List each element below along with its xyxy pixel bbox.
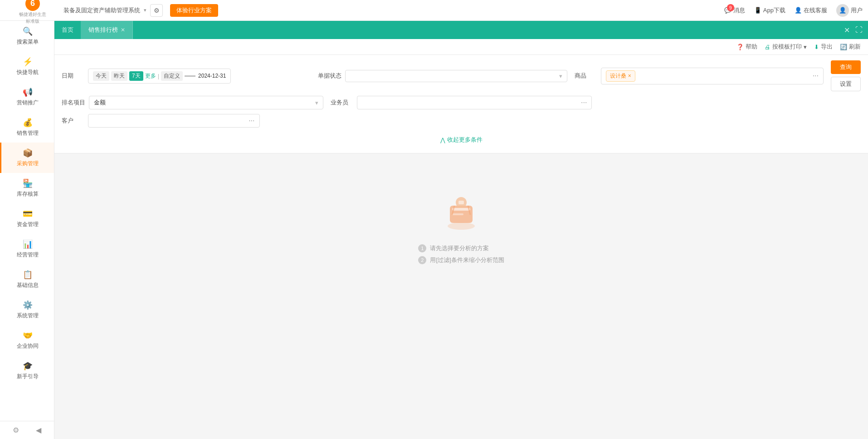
goods-control[interactable]: 设计桑 × ··· [601,68,824,84]
sidebar-items: 🔍 搜索菜单 ⚡ 快捷导航 📢 营销推广 💰 销售管理 📦 采购管理 🏪 库存核… [0,21,54,386]
sidebar-item-1[interactable]: ⚡ 快捷导航 [0,51,54,82]
help-icon: ❓ [736,44,744,50]
tip-num-2: 2 [418,256,426,264]
sidebar-item-2[interactable]: 📢 营销推广 [0,82,54,112]
tip-text-1: 请先选择要分析的方案 [430,244,489,252]
empty-state: 1 请先选择要分析的方案 2 用[过滤]条件来缩小分析范围 [54,153,868,301]
empty-tip-2: 2 用[过滤]条件来缩小分析范围 [418,256,504,264]
message-btn[interactable]: 💬 9 消息 [724,6,745,15]
svg-rect-2 [452,208,470,211]
collapse-btn[interactable]: ⋀ 收起更多条件 [62,132,861,148]
user-label: 用户 [851,6,863,15]
refresh-icon: 🔄 [840,44,847,50]
print-label: 按模板打印 [772,43,802,51]
app-download-btn[interactable]: 📱 App下载 [754,6,785,15]
print-btn[interactable]: 🖨 按模板打印 ▾ [765,43,807,51]
collapse-sidebar-btn[interactable]: ◀ [36,426,41,434]
date-label: 日期 [62,72,84,80]
system-title-dropdown[interactable]: ▾ [144,7,146,13]
sidebar-item-7[interactable]: 📊 经营管理 [0,234,54,264]
print-dropdown-icon[interactable]: ▾ [804,44,807,50]
date-7days-btn[interactable]: 7天 [129,71,143,81]
sidebar-label-10: 企业协同 [17,342,39,350]
empty-tips: 1 请先选择要分析的方案 2 用[过滤]条件来缩小分析范围 [418,244,504,264]
export-label: 导出 [821,43,833,51]
sidebar-item-4[interactable]: 📦 采购管理 [0,143,54,173]
empty-illustration [439,190,484,235]
customer-more-btn[interactable]: ··· [249,117,254,125]
print-icon: 🖨 [765,44,770,50]
service-icon: 👤 [795,7,802,14]
sidebar-label-7: 经营管理 [17,251,39,259]
help-btn[interactable]: ❓ 帮助 [736,43,757,51]
rank-value: 金额 [94,99,106,107]
online-service-label: 在线客服 [804,6,827,15]
date-yesterday-btn[interactable]: 昨天 [111,71,127,81]
date-more-link[interactable]: 更多 [145,72,156,80]
brand-name: 畅捷通好生意 [19,11,46,18]
phone-icon: 📱 [754,7,761,14]
industry-btn[interactable]: 体验行业方案 [170,4,218,17]
query-btn[interactable]: 查询 [831,60,861,74]
empty-tip-1: 1 请先选择要分析的方案 [418,244,504,252]
sidebar-item-11[interactable]: 🎓 新手引导 [0,355,54,386]
date-custom-btn[interactable]: 自定义 [161,71,183,81]
date-range-control[interactable]: 今天 昨天 7天 更多 | 自定义 —— 2024-12-31 [88,69,231,84]
sidebar-item-9[interactable]: ⚙️ 系统管理 [0,295,54,325]
sidebar-item-10[interactable]: 🤝 企业协同 [0,325,54,355]
sidebar-label-9: 系统管理 [17,312,39,320]
tab-sales-ranking[interactable]: 销售排行榜 ✕ [81,21,133,39]
system-settings-btn[interactable]: ⚙ [150,4,163,17]
order-status-control[interactable]: ▾ [345,70,567,82]
message-label: 消息 [733,6,745,15]
sidebar-item-0[interactable]: 🔍 搜索菜单 [0,21,54,51]
tab-close-icon[interactable]: ✕ [121,27,125,33]
sidebar-icon-8: 📋 [23,270,33,280]
sidebar-item-8[interactable]: 📋 基础信息 [0,264,54,295]
goods-more-btn[interactable]: ··· [813,72,819,80]
sidebar-label-1: 快捷导航 [17,69,39,76]
sidebar-item-6[interactable]: 💳 资金管理 [0,203,54,234]
sidebar-icon-3: 💰 [23,118,33,128]
export-btn[interactable]: ⬇ 导出 [814,43,833,51]
sidebar-icon-0: 🔍 [23,26,33,36]
refresh-btn[interactable]: 🔄 刷新 [840,43,861,51]
date-from-label: —— [185,73,195,79]
rank-control[interactable]: 金额 ▾ [89,96,323,109]
tab-close-window-btn[interactable]: ✕ [842,24,852,36]
settings-filter-btn[interactable]: 设置 [831,77,861,91]
rank-filter: 排名项目 金额 ▾ [62,96,323,109]
sidebar-icon-5: 🏪 [23,178,33,188]
sidebar-label-5: 库存核算 [17,190,39,198]
salesman-control[interactable]: ··· [357,96,592,109]
settings-bottom-btn[interactable]: ⚙ [13,426,19,434]
user-btn[interactable]: 👤 用户 [836,4,863,17]
sidebar-icon-9: ⚙️ [23,300,33,310]
content-area: 首页 销售排行榜 ✕ ✕ ⛶ ❓ 帮助 🖨 按模板打印 ▾ ⬇ [54,21,868,439]
goods-tag-remove[interactable]: × [628,73,631,79]
customer-label: 客户 [62,117,84,125]
collapse-label: 收起更多条件 [447,136,483,144]
system-title-text: 装备及固定资产辅助管理系统 [63,6,140,15]
sidebar-item-5[interactable]: 🏪 库存核算 [0,173,54,203]
sidebar-icon-6: 💳 [23,209,33,219]
customer-control[interactable]: ··· [88,114,260,128]
sidebar-item-3[interactable]: 💰 销售管理 [0,112,54,143]
header-right: 💬 9 消息 📱 App下载 👤 在线客服 👤 用户 [724,4,863,17]
date-today-btn[interactable]: 今天 [93,71,109,81]
tab-maximize-btn[interactable]: ⛶ [853,24,864,36]
sidebar: 🔍 搜索菜单 ⚡ 快捷导航 📢 营销推广 💰 销售管理 📦 采购管理 🏪 库存核… [0,21,54,439]
tab-sales-ranking-label: 销售排行榜 [88,26,118,34]
salesman-filter: 业务员 ··· [331,96,592,109]
sidebar-icon-7: 📊 [23,239,33,249]
action-btns: 查询 设置 [831,60,861,91]
salesman-more-btn[interactable]: ··· [581,99,587,107]
top-header: 6 畅捷通好生意 标准版 装备及固定资产辅助管理系统 ▾ ⚙ 体验行业方案 💬 … [0,0,868,21]
filter-row-1: 日期 今天 昨天 7天 更多 | 自定义 —— 2024-12-31 单据状态 [62,60,861,91]
online-service-btn[interactable]: 👤 在线客服 [795,6,827,15]
logo-area: 6 畅捷通好生意 标准版 [5,0,60,25]
tab-bar-actions: ✕ ⛶ [842,24,868,36]
rank-label: 排名项目 [62,99,85,107]
sidebar-label-2: 营销推广 [17,99,39,107]
system-title-area: 装备及固定资产辅助管理系统 ▾ ⚙ 体验行业方案 [63,4,724,17]
